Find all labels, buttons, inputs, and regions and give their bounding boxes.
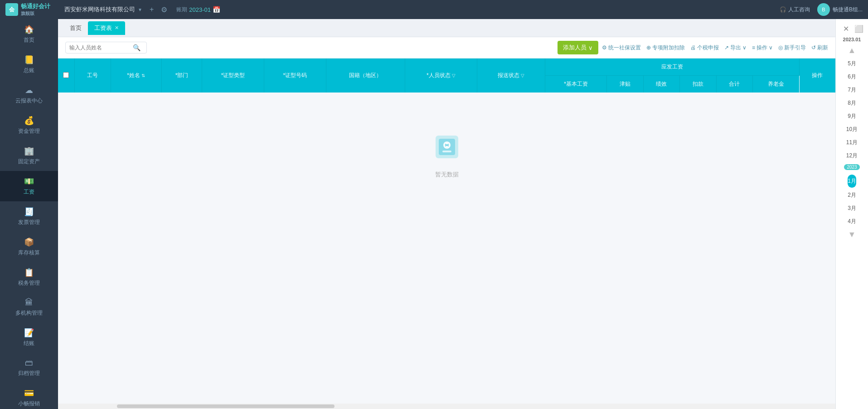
col-deduction: 扣款 — [680, 76, 716, 93]
cal-month-1[interactable]: 1月 — [848, 175, 856, 188]
main-layout: 🏠 首页 📒 总账 ☁ 云报表中心 💰 资金管理 🏢 固定资产 💵 工资 🧾 发… — [0, 19, 868, 409]
sidebar-item-payroll[interactable]: 💵 工资 — [0, 171, 58, 201]
sidebar-item-ledger[interactable]: 📒 总账 — [0, 49, 58, 80]
cal-month-8[interactable]: 8月 — [836, 97, 868, 110]
settings-icon[interactable]: ⚙ — [159, 4, 169, 16]
sidebar-item-cloud-report[interactable]: ☁ 云报表中心 — [0, 80, 58, 110]
multi-org-icon: 🏛 — [25, 298, 33, 307]
social-security-label: 统一社保设置 — [608, 44, 641, 52]
tab-home-label: 首页 — [70, 24, 82, 32]
sidebar-label-cloud: 云报表中心 — [15, 97, 43, 105]
payroll-table: 工号 *姓名 ⇅ *部门 *证型类型 *证型号码 国籍（地区） *人员状态 ▽ — [58, 58, 835, 215]
company-selector[interactable]: 西安虾米网络科技有限公司 ▼ — [64, 5, 142, 14]
refresh-button[interactable]: ↺ 刷新 — [811, 44, 828, 52]
export-button[interactable]: ↗ 导出 ∨ — [724, 44, 747, 52]
add-company-button[interactable]: + — [148, 4, 155, 15]
cal-month-11[interactable]: 11月 — [836, 136, 868, 149]
header-right: 🎧 人工咨询 B 畅捷通B组... — [780, 3, 863, 16]
search-icon: 🔍 — [133, 44, 141, 51]
col-allowance: 津贴 — [607, 76, 643, 93]
add-person-button[interactable]: 添加人员 ∨ — [558, 41, 598, 54]
invoice-icon: 🧾 — [24, 207, 34, 217]
sidebar-item-inventory[interactable]: 📦 库存核算 — [0, 232, 58, 262]
special-deduction-button[interactable]: ⊕ 专项附加扣除 — [646, 44, 685, 52]
tax-icon: 📋 — [24, 268, 34, 278]
col-status: *人员状态 ▽ — [405, 58, 477, 93]
col-checkbox[interactable] — [58, 58, 74, 93]
payroll-icon: 💵 — [24, 176, 34, 186]
home-icon: 🏠 — [24, 24, 34, 34]
table-scrollbar[interactable] — [58, 404, 835, 409]
search-input-wrap: 🔍 — [65, 42, 147, 54]
toolbar: 🔍 添加人员 ∨ ⚙ 统一社保设置 ⊕ 专项附加扣除 🖨 个税申报 — [58, 37, 835, 58]
personal-tax-label: 个税申报 — [697, 44, 719, 52]
sort-icon[interactable]: ⇅ — [141, 73, 145, 78]
support-button[interactable]: 🎧 人工咨询 — [780, 6, 810, 14]
col-name: *姓名 ⇅ — [111, 58, 161, 93]
tab-home[interactable]: 首页 — [63, 21, 88, 35]
sidebar-item-expense[interactable]: 💳 小畅报销 — [0, 383, 58, 409]
tab-close-icon[interactable]: ✕ — [115, 25, 119, 31]
add-person-chevron-icon: ∨ — [588, 44, 593, 51]
cal-month-12[interactable]: 12月 — [836, 149, 868, 162]
col-report-status: 报送状态 ▽ — [477, 58, 545, 93]
sidebar-label-tax: 税务管理 — [18, 279, 40, 287]
cal-month-2[interactable]: 2月 — [836, 189, 868, 202]
app-version: 旗舰版 — [21, 10, 50, 17]
add-person-label: 添加人员 — [563, 44, 587, 52]
export-icon: ↗ — [724, 44, 729, 51]
panel-maximize-button[interactable]: ⬜ — [852, 24, 866, 34]
panel-close-button[interactable]: ✕ — [840, 24, 852, 34]
sidebar-item-funds[interactable]: 💰 资金管理 — [0, 110, 58, 141]
col-total: 合计 — [716, 76, 752, 93]
sidebar-item-home[interactable]: 🏠 首页 — [0, 19, 58, 49]
search-input[interactable] — [69, 44, 133, 51]
social-security-icon: ⚙ — [602, 44, 607, 51]
table-wrap: 工号 *姓名 ⇅ *部门 *证型类型 *证型号码 国籍（地区） *人员状态 ▽ — [58, 58, 835, 404]
report-filter-icon[interactable]: ▽ — [521, 73, 524, 78]
col-id-type: *证型类型 — [202, 58, 264, 93]
sidebar-label-payroll: 工资 — [24, 188, 34, 196]
tab-payroll[interactable]: 工资表 ✕ — [88, 21, 125, 35]
cal-up-nav[interactable]: ▲ — [846, 44, 858, 57]
period-value[interactable]: 2023-01 — [189, 6, 211, 13]
sidebar-item-close-period[interactable]: 📝 结账 — [0, 322, 58, 353]
sidebar-item-tax[interactable]: 📋 税务管理 — [0, 262, 58, 292]
select-all-checkbox[interactable] — [63, 72, 69, 78]
guide-toolbar-icon: ◎ — [778, 44, 783, 51]
cal-month-7[interactable]: 7月 — [836, 83, 868, 97]
cal-month-6[interactable]: 6月 — [836, 70, 868, 83]
company-chevron-icon: ▼ — [138, 7, 142, 12]
table-scrollbar-thumb[interactable] — [117, 404, 335, 408]
social-security-button[interactable]: ⚙ 统一社保设置 — [602, 44, 641, 52]
col-dept: *部门 — [161, 58, 202, 93]
sidebar-label-multi-org: 多机构管理 — [15, 309, 43, 317]
toolbar-actions: ⚙ 统一社保设置 ⊕ 专项附加扣除 🖨 个税申报 ↗ 导出 ∨ ≡ — [602, 44, 828, 52]
close-period-icon: 📝 — [24, 328, 34, 338]
operations-button[interactable]: ≡ 操作 ∨ — [752, 44, 773, 52]
sidebar-item-archive[interactable]: 🗃 归档管理 — [0, 353, 58, 383]
avatar: B — [817, 3, 830, 16]
user-area: B 畅捷通B组... — [817, 3, 863, 16]
calendar-icon[interactable]: 📅 — [213, 6, 220, 13]
ledger-icon: 📒 — [24, 55, 34, 65]
special-deduction-label: 专项附加扣除 — [652, 44, 685, 52]
sidebar-item-multi-org[interactable]: 🏛 多机构管理 — [0, 292, 58, 322]
fixed-assets-icon: 🏢 — [24, 146, 34, 156]
support-icon: 🎧 — [780, 6, 786, 13]
sidebar-item-fixed-assets[interactable]: 🏢 固定资产 — [0, 141, 58, 171]
cal-month-9[interactable]: 9月 — [836, 110, 868, 123]
personal-tax-button[interactable]: 🖨 个税申报 — [690, 44, 719, 52]
sidebar-label-close-period: 结账 — [24, 340, 34, 347]
sidebar-item-invoice[interactable]: 🧾 发票管理 — [0, 201, 58, 232]
expense-icon: 💳 — [24, 388, 34, 398]
sidebar-label-funds: 资金管理 — [18, 127, 40, 135]
sidebar-label-expense: 小畅报销 — [18, 400, 40, 408]
cal-month-3[interactable]: 3月 — [836, 202, 868, 215]
cal-month-10[interactable]: 10月 — [836, 123, 868, 136]
status-filter-icon[interactable]: ▽ — [452, 73, 456, 78]
cal-month-4[interactable]: 4月 — [836, 215, 868, 228]
guide-button[interactable]: ◎ 新手引导 — [778, 44, 806, 52]
cal-down-nav[interactable]: ▼ — [846, 228, 858, 241]
cal-month-5[interactable]: 5月 — [836, 57, 868, 70]
